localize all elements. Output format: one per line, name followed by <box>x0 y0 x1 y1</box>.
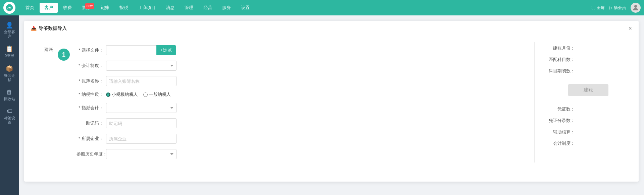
file-row: * 选择文件： +浏览 <box>77 45 521 55</box>
sidebar-item-account-migration[interactable]: 📦 账套迁移 <box>1 62 18 85</box>
form-area: 建账 1 * 选择文件： +浏览 * 会计制度： <box>24 42 531 162</box>
period-initial-row: 科目期初数： <box>545 68 632 74</box>
match-subjects-label: 匹配科目数： <box>545 57 575 63</box>
file-input-group: +浏览 <box>106 45 176 55</box>
small-taxpayer-radio[interactable]: 小规模纳税人 <box>106 91 138 97</box>
owner-company-label: * 所属企业： <box>77 136 103 142</box>
sidebar-item-all-clients[interactable]: 👤 全部客户 <box>1 19 18 41</box>
dialog-header: 📥 导爷数据导入 × <box>24 21 639 35</box>
general-taxpayer-radio-input[interactable] <box>143 92 148 97</box>
voucher-entries-row: 凭证分录数： <box>545 118 632 124</box>
aux-accounting-label: 辅助核算： <box>545 129 575 135</box>
sidebar-item-recycle-bin[interactable]: 🗑 回收站 <box>1 86 18 104</box>
step-label: 建账 <box>44 47 53 53</box>
general-taxpayer-radio[interactable]: 一般纳税人 <box>143 91 171 97</box>
memo-code-input[interactable] <box>106 118 177 128</box>
match-subjects-row: 匹配科目数： <box>545 57 632 63</box>
period-initial-label: 科目期初数： <box>545 68 575 74</box>
voucher-count-label: 凭证数： <box>545 106 575 112</box>
small-taxpayer-radio-input[interactable] <box>106 92 110 97</box>
close-button[interactable]: × <box>628 25 632 31</box>
member-button[interactable]: ▷ 畅会员 <box>609 5 626 11</box>
nav-item-management[interactable]: 管理 <box>180 3 198 13</box>
nav-item-settings[interactable]: 设置 <box>236 3 254 13</box>
main-content: 📥 导爷数据导入 × 建账 1 * 选择文件： <box>19 15 644 195</box>
left-sidebar: 👤 全部客户 📋 0申报 📦 账套迁移 🗑 回收站 🏷 标签设置 <box>0 15 19 195</box>
form-grid: * 选择文件： +浏览 * 会计制度： <box>77 45 521 159</box>
import-dialog: 📥 导爷数据导入 × 建账 1 * 选择文件： <box>24 21 639 182</box>
form-divider <box>534 42 535 162</box>
assign-accountant-select[interactable] <box>106 103 177 113</box>
nav-right-actions: ⛶ 全屏 ▷ 畅会员 <box>591 3 641 13</box>
sidebar-item-tag-settings[interactable]: 🏷 标签设置 <box>1 105 18 127</box>
account-name-row: * 账簿名称： <box>77 76 521 86</box>
account-migration-icon: 📦 <box>6 65 13 72</box>
owner-company-row: * 所属企业： <box>77 134 521 144</box>
browse-button[interactable]: +浏览 <box>156 45 176 55</box>
nav-item-invoices[interactable]: 票据 new <box>77 3 95 13</box>
tax-nature-label: * 纳税性质： <box>77 91 103 97</box>
dialog-title: 📥 导爷数据导入 <box>31 25 67 31</box>
accounting-system-label: 会计制度： <box>545 140 575 146</box>
voucher-count-row: 凭证数： <box>545 106 632 112</box>
nav-item-bookkeeping[interactable]: 记账 <box>96 3 114 13</box>
step-badge: 1 <box>58 49 70 61</box>
fullscreen-icon: ⛶ <box>591 5 595 10</box>
import-icon: 📥 <box>31 26 37 31</box>
account-system-select[interactable] <box>106 61 177 71</box>
account-month-label: 建账月份： <box>545 45 575 51</box>
fullscreen-button[interactable]: ⛶ 全屏 <box>591 5 605 11</box>
account-month-row: 建账月份： <box>545 45 632 51</box>
app-logo[interactable] <box>3 2 15 14</box>
account-name-label: * 账簿名称： <box>77 78 103 84</box>
new-badge: new <box>85 3 94 9</box>
account-system-label: * 会计制度： <box>77 63 103 69</box>
svg-point-2 <box>634 5 637 8</box>
reference-year-row: 参照历史年度： <box>77 149 521 159</box>
file-label: * 选择文件： <box>77 47 103 53</box>
sidebar-item-zero-declaration[interactable]: 📋 0申报 <box>1 43 18 61</box>
play-icon: ▷ <box>609 5 612 10</box>
voucher-entries-label: 凭证分录数： <box>545 118 575 124</box>
nav-items-list: 首页 客户 收费 票据 new 记账 报税 工商项目 消息 管理 经营 服务 设… <box>21 3 591 13</box>
recycle-bin-icon: 🗑 <box>6 89 12 96</box>
assign-accountant-label: * 指派会计： <box>77 105 103 111</box>
tag-settings-icon: 🏷 <box>6 108 12 115</box>
nav-item-messages[interactable]: 消息 <box>161 3 179 13</box>
nav-item-tax[interactable]: 报税 <box>115 3 133 13</box>
zero-declaration-icon: 📋 <box>6 45 13 53</box>
info-area: 建账月份： 匹配科目数： 科目期初数： 建账 凭证数： <box>538 42 639 162</box>
aux-accounting-row: 辅助核算： <box>545 129 632 135</box>
accounting-system-row: 会计制度： <box>545 140 632 146</box>
nav-item-operations[interactable]: 经营 <box>199 3 217 13</box>
tax-nature-row: * 纳税性质： 小规模纳税人 一般纳税人 <box>77 91 521 97</box>
memo-code-label: 助记码： <box>77 120 103 126</box>
nav-item-clients[interactable]: 客户 <box>40 3 58 13</box>
nav-item-fees[interactable]: 收费 <box>58 3 77 13</box>
tax-nature-radio-group: 小规模纳税人 一般纳税人 <box>106 91 171 97</box>
top-navigation: 首页 客户 收费 票据 new 记账 报税 工商项目 消息 管理 经营 服务 设… <box>0 0 644 15</box>
nav-item-home[interactable]: 首页 <box>21 3 39 13</box>
account-system-row: * 会计制度： <box>77 61 521 71</box>
svg-point-1 <box>9 7 10 8</box>
memo-code-row: 助记码： <box>77 118 521 128</box>
nav-item-services[interactable]: 服务 <box>217 3 236 13</box>
user-avatar[interactable] <box>631 3 641 13</box>
dialog-body: 建账 1 * 选择文件： +浏览 * 会计制度： <box>24 35 639 169</box>
account-name-input[interactable] <box>106 76 177 86</box>
reference-year-label: 参照历史年度： <box>77 151 103 157</box>
all-clients-icon: 👤 <box>6 21 13 29</box>
assign-accountant-row: * 指派会计： <box>77 103 521 113</box>
owner-company-input[interactable] <box>106 134 177 144</box>
reference-year-select[interactable] <box>106 149 177 159</box>
file-input[interactable] <box>106 45 156 55</box>
build-account-button[interactable]: 建账 <box>568 84 608 96</box>
nav-item-business[interactable]: 工商项目 <box>134 3 160 13</box>
